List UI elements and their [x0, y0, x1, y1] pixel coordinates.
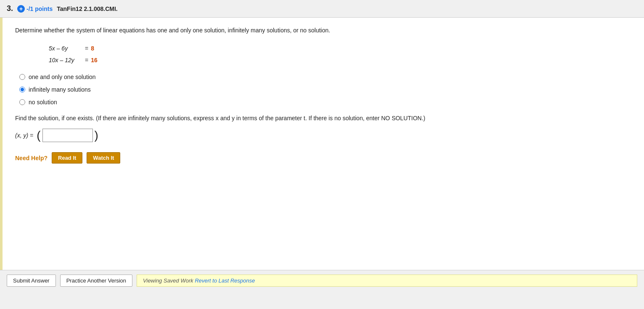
revert-link[interactable]: Revert to Last Response — [195, 277, 255, 284]
solution-prompt: Find the solution, if one exists. (If th… — [15, 114, 631, 123]
saved-work-notice: Viewing Saved Work Revert to Last Respon… — [137, 275, 637, 287]
right-paren: ) — [95, 129, 98, 142]
eq1-rhs: 8 — [91, 42, 94, 54]
eq2-lhs: 10x – 12y — [49, 54, 82, 66]
eq1-lhs: 5x – 6y — [49, 42, 82, 54]
plus-circle-icon: + — [17, 5, 25, 13]
saved-work-text: Viewing Saved Work — [143, 277, 193, 284]
submit-answer-button[interactable]: Submit Answer — [7, 275, 56, 287]
option-no-solution[interactable]: no solution — [19, 99, 631, 106]
option-one-solution[interactable]: one and only one solution — [19, 74, 631, 80]
radio-infinitely-many[interactable] — [19, 87, 25, 92]
need-help-label: Need Help? — [15, 155, 48, 161]
page-wrapper: 3. + -/1 points TanFin12 2.1.008.CMI. De… — [0, 0, 644, 309]
radio-options: one and only one solution infinitely man… — [19, 74, 631, 106]
question-body: Determine whether the system of linear e… — [0, 18, 644, 270]
points-label: -/1 points — [26, 5, 53, 12]
question-prompt: Determine whether the system of linear e… — [15, 26, 631, 35]
equation-2: 10x – 12y = 16 — [49, 54, 631, 66]
read-it-button[interactable]: Read It — [52, 152, 82, 164]
question-id: TanFin12 2.1.008.CMI. — [57, 5, 117, 12]
points-badge: + -/1 points — [17, 5, 53, 13]
need-help-row: Need Help? Read It Watch It — [15, 152, 631, 164]
solution-input[interactable] — [42, 129, 93, 142]
option-infinitely-many-label: infinitely many solutions — [29, 86, 91, 93]
practice-another-version-button[interactable]: Practice Another Version — [60, 275, 132, 287]
equations-block: 5x – 6y = 8 10x – 12y = 16 — [49, 42, 631, 66]
radio-no-solution[interactable] — [19, 99, 25, 105]
question-header: 3. + -/1 points TanFin12 2.1.008.CMI. — [0, 0, 644, 18]
eq2-rhs: 16 — [91, 54, 98, 66]
watch-it-button[interactable]: Watch It — [87, 152, 120, 164]
option-no-solution-label: no solution — [29, 99, 57, 106]
option-one-solution-label: one and only one solution — [29, 74, 96, 80]
left-paren: ( — [37, 129, 40, 142]
eq2-equals: = — [85, 54, 88, 66]
option-infinitely-many[interactable]: infinitely many solutions — [19, 86, 631, 93]
equation-1: 5x – 6y = 8 — [49, 42, 631, 54]
eq1-equals: = — [85, 42, 88, 54]
solution-label: (x, y) = — [15, 132, 33, 139]
radio-one-solution[interactable] — [19, 74, 25, 80]
bottom-bar: Submit Answer Practice Another Version V… — [0, 270, 644, 291]
solution-input-row: (x, y) = ( ) — [15, 129, 631, 142]
question-number: 3. — [7, 4, 13, 13]
